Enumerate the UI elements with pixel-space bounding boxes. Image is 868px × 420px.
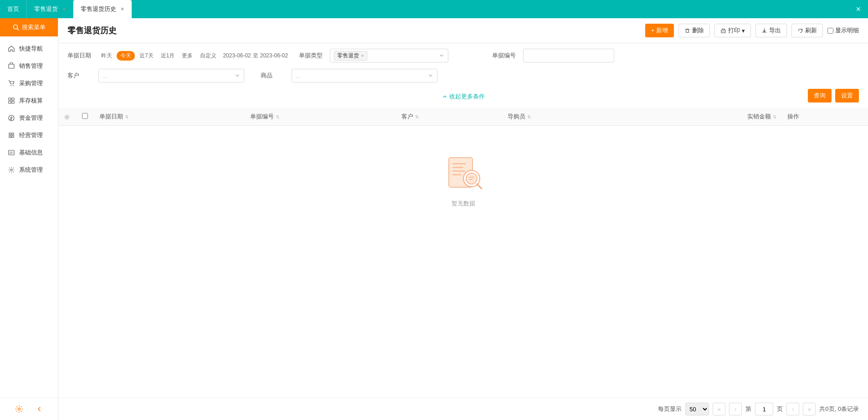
refresh-button[interactable]: 刷新 bbox=[791, 24, 823, 37]
filter-settings-button[interactable]: 设置 bbox=[835, 89, 859, 102]
select-all-checkbox[interactable] bbox=[82, 113, 88, 119]
empty-state: 暂无数据 bbox=[58, 126, 868, 235]
th-settings[interactable] bbox=[58, 108, 76, 126]
tab-retail-return[interactable]: 零售退货 × bbox=[27, 0, 73, 18]
sidebar-item-sales[interactable]: 销售管理 bbox=[0, 57, 58, 75]
sidebar-item-finance[interactable]: 资金管理 bbox=[0, 109, 58, 127]
finance-icon bbox=[7, 114, 15, 122]
tab-retail-return-close[interactable]: × bbox=[62, 6, 66, 12]
number-input[interactable] bbox=[523, 49, 614, 62]
th-number[interactable]: 单据编号 ⇅ bbox=[245, 108, 395, 126]
collapse-button[interactable]: 收起更多条件 bbox=[442, 92, 485, 101]
goods-dropdown-icon bbox=[428, 73, 433, 78]
operation-icon bbox=[7, 131, 15, 139]
page-size-select[interactable]: 20 50 100 bbox=[685, 403, 709, 415]
table-wrapper: 单据日期 ⇅ 单据编号 ⇅ 客户 ⇅ bbox=[58, 108, 868, 398]
query-button[interactable]: 查询 bbox=[808, 89, 832, 102]
date-btn-yesterday[interactable]: 昨天 bbox=[98, 51, 115, 61]
purchase-icon bbox=[7, 79, 15, 87]
date-btn-more[interactable]: 更多 bbox=[179, 51, 195, 61]
delete-button[interactable]: 删除 bbox=[678, 24, 710, 37]
th-customer[interactable]: 客户 ⇅ bbox=[396, 108, 502, 126]
collapse-icon bbox=[442, 94, 447, 99]
page-jump-label: 第 bbox=[745, 405, 751, 413]
sidebar-item-system[interactable]: 系统管理 bbox=[0, 161, 58, 179]
sidebar-bottom bbox=[0, 398, 58, 420]
next-page-button[interactable]: › bbox=[786, 403, 799, 415]
first-page-button[interactable]: « bbox=[713, 403, 725, 415]
svg-rect-8 bbox=[12, 101, 14, 103]
goods-filter: 商品 ... bbox=[261, 69, 443, 82]
inventory-icon bbox=[7, 97, 15, 105]
display-detail-checkbox[interactable] bbox=[827, 28, 833, 34]
date-btn-7days[interactable]: 近7天 bbox=[137, 51, 156, 61]
svg-rect-5 bbox=[9, 98, 11, 100]
sidebar-item-operation-label: 经营管理 bbox=[19, 131, 43, 139]
filter-row-2: 客户 ... 商品 ... bbox=[67, 69, 859, 84]
type-tag-close[interactable]: × bbox=[361, 53, 364, 58]
page-header: 零售退货历史 + 新增 删除 打印 ▾ 导出 bbox=[58, 18, 868, 43]
svg-rect-6 bbox=[12, 98, 14, 100]
empty-text: 暂无数据 bbox=[452, 200, 475, 208]
th-actual-amount[interactable]: 实销金额 ⇅ bbox=[631, 108, 781, 126]
date-btn-custom[interactable]: 自定义 bbox=[197, 51, 219, 61]
tab-retail-return-history-close[interactable]: × bbox=[121, 6, 124, 12]
tab-retail-return-history[interactable]: 零售退货历史 × bbox=[73, 0, 132, 18]
sidebar-item-operation[interactable]: 经营管理 bbox=[0, 127, 58, 144]
goods-select[interactable]: ... bbox=[292, 69, 437, 82]
collapse-label: 收起更多条件 bbox=[449, 92, 485, 101]
svg-rect-17 bbox=[452, 163, 466, 164]
content-area: 零售退货历史 + 新增 删除 打印 ▾ 导出 bbox=[58, 18, 868, 420]
svg-line-23 bbox=[477, 184, 482, 189]
sidebar-item-inventory[interactable]: 库存核算 bbox=[0, 92, 58, 109]
th-date[interactable]: 单据日期 ⇅ bbox=[94, 108, 245, 126]
th-actual-amount-sort: ⇅ bbox=[773, 114, 776, 119]
th-guide-label: 导购员 bbox=[508, 113, 525, 120]
new-button[interactable]: + 新增 bbox=[645, 24, 674, 37]
sidebar-item-quicknav-label: 快捷导航 bbox=[19, 45, 43, 53]
sidebar-item-system-label: 系统管理 bbox=[19, 166, 43, 174]
last-page-button[interactable]: » bbox=[803, 403, 816, 415]
sidebar-item-purchase[interactable]: 采购管理 bbox=[0, 75, 58, 92]
sidebar-item-finance-label: 资金管理 bbox=[19, 114, 43, 122]
page-title-row: 零售退货历史 + 新增 删除 打印 ▾ 导出 bbox=[67, 24, 859, 37]
svg-point-3 bbox=[10, 85, 11, 86]
prev-page-button[interactable]: ‹ bbox=[729, 403, 742, 415]
pagination-bar: 每页显示 20 50 100 « ‹ 第 1 页 › » 共0页, 0条记录 bbox=[58, 398, 868, 420]
svg-point-12 bbox=[18, 408, 20, 410]
th-guide-sort: ⇅ bbox=[527, 114, 531, 119]
th-checkbox[interactable] bbox=[76, 108, 94, 126]
print-button[interactable]: 打印 ▾ bbox=[714, 24, 751, 37]
th-action: 操作 bbox=[782, 108, 868, 126]
sidebar-item-basic-label: 基础信息 bbox=[19, 149, 43, 157]
th-number-label: 单据编号 bbox=[250, 113, 274, 120]
date-btn-1month[interactable]: 近1月 bbox=[158, 51, 178, 61]
sidebar-item-inventory-label: 库存核算 bbox=[19, 97, 43, 105]
sidebar-item-quicknav[interactable]: 快捷导航 bbox=[0, 40, 58, 57]
page-number-input[interactable]: 1 bbox=[755, 403, 773, 415]
date-input-row: 2023-06-02 至 2023-06-02 bbox=[223, 52, 288, 60]
page-title: 零售退货历史 bbox=[67, 25, 117, 36]
tab-home[interactable]: 首页 bbox=[0, 0, 27, 18]
th-date-sort: ⇅ bbox=[125, 114, 128, 119]
type-filter: 单据类型 零售退货 × bbox=[299, 49, 481, 62]
svg-rect-24 bbox=[469, 177, 474, 178]
refresh-label: 刷新 bbox=[805, 26, 817, 35]
svg-rect-2 bbox=[9, 64, 14, 68]
th-guide[interactable]: 导购员 ⇅ bbox=[502, 108, 631, 126]
type-tag-label: 零售退货 bbox=[337, 52, 359, 60]
customer-filter: 客户 ... bbox=[67, 69, 250, 82]
print-icon bbox=[720, 28, 726, 34]
customer-select[interactable]: ... bbox=[98, 69, 244, 82]
settings-gear-button[interactable] bbox=[13, 403, 26, 415]
svg-rect-25 bbox=[469, 179, 473, 180]
sidebar-toggle-button[interactable] bbox=[33, 403, 46, 415]
date-filter: 单据日期 昨天 今天 近7天 近1月 更多 自定义 2023-06-02 至 2… bbox=[67, 51, 288, 61]
svg-point-15 bbox=[66, 116, 68, 118]
sidebar-search[interactable]: 搜索菜单 bbox=[0, 18, 58, 36]
type-tag-box[interactable]: 零售退货 × bbox=[330, 49, 448, 62]
export-button[interactable]: 导出 bbox=[755, 24, 787, 37]
window-close-button[interactable]: × bbox=[848, 5, 868, 14]
sidebar-item-basic[interactable]: 基础信息 bbox=[0, 144, 58, 161]
date-btn-today[interactable]: 今天 bbox=[117, 51, 135, 61]
